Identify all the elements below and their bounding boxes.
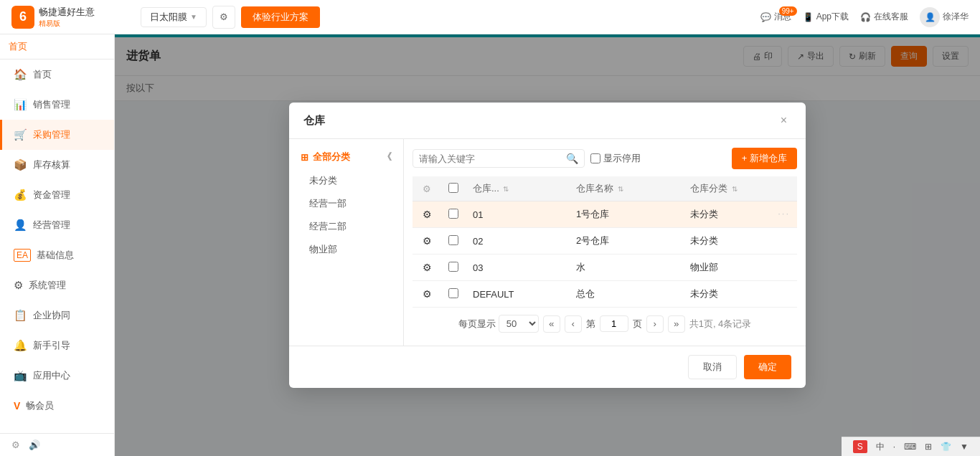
logo-text-block: 畅捷通好生意 精易版 bbox=[39, 6, 95, 29]
first-page-btn[interactable]: « bbox=[543, 315, 560, 333]
down-icon[interactable]: ▼ bbox=[960, 442, 969, 452]
online-service-label: 在线客服 bbox=[874, 11, 908, 23]
settings-gear-button[interactable]: ⚙ bbox=[212, 6, 235, 29]
headphone-icon: 🎧 bbox=[860, 12, 871, 22]
sidebar-audio-icon[interactable]: 🔊 bbox=[29, 440, 40, 450]
sidebar-item-newbie[interactable]: 🔔 新手引导 bbox=[0, 331, 114, 361]
system-icon: ⚙ bbox=[14, 279, 23, 292]
app-download-btn[interactable]: 📱 App下载 bbox=[803, 11, 849, 23]
sidebar-label-operations: 经营管理 bbox=[33, 219, 70, 232]
row-num-4 bbox=[441, 281, 466, 308]
sidebar-item-member[interactable]: V 畅会员 bbox=[0, 391, 114, 421]
table-row[interactable]: ⚙ 03 水 物业部 bbox=[413, 255, 797, 281]
notification-btn[interactable]: 💬 消息 99+ bbox=[760, 11, 791, 23]
row-checkbox-4[interactable] bbox=[448, 288, 458, 298]
sidebar-label-sales: 销售管理 bbox=[33, 98, 70, 111]
sidebar-label-purchase: 采购管理 bbox=[33, 128, 70, 141]
modal-close-btn[interactable]: × bbox=[776, 113, 791, 128]
page-label: 第 bbox=[586, 318, 595, 331]
category-property[interactable]: 物业部 bbox=[289, 238, 403, 261]
first-page-icon: « bbox=[549, 318, 554, 329]
sidebar-label-system: 系统管理 bbox=[29, 279, 66, 292]
sidebar-label-basic-info: 基础信息 bbox=[37, 249, 74, 262]
user-profile-btn[interactable]: 👤 徐泽华 bbox=[920, 7, 969, 27]
header-right: 💬 消息 99+ 📱 App下载 🎧 在线客服 👤 徐泽华 bbox=[760, 7, 969, 27]
sidebar-item-system[interactable]: ⚙ 系统管理 bbox=[0, 270, 114, 300]
username-label: 徐泽华 bbox=[943, 11, 969, 23]
sidebar-item-basic-info[interactable]: EA 基础信息 bbox=[0, 240, 114, 270]
sidebar-item-purchase[interactable]: 🛒 采购管理 bbox=[0, 120, 114, 150]
row-checkbox-2[interactable] bbox=[448, 235, 458, 245]
collapse-icon[interactable]: 《 bbox=[382, 151, 392, 163]
home-icon: 🏠 bbox=[14, 68, 27, 81]
category-operations-1[interactable]: 经营一部 bbox=[289, 192, 403, 215]
page-suffix: 页 bbox=[633, 318, 642, 331]
row-code-2: 02 bbox=[466, 228, 569, 255]
category-unclassified[interactable]: 未分类 bbox=[289, 169, 403, 192]
store-dropdown-arrow: ▼ bbox=[190, 13, 197, 21]
th-name: 仓库名称 ⇅ bbox=[569, 176, 683, 201]
zh-icon[interactable]: 中 bbox=[876, 441, 885, 453]
grid-icon[interactable]: ⊞ bbox=[925, 442, 932, 452]
sidebar-item-finance[interactable]: 💰 资金管理 bbox=[0, 180, 114, 210]
row-category-1: 未分类 ··· bbox=[683, 201, 797, 228]
breadcrumb-home[interactable]: 首页 bbox=[9, 40, 27, 53]
sort-icon-code: ⇅ bbox=[503, 185, 509, 193]
cancel-btn[interactable]: 取消 bbox=[688, 355, 737, 379]
sidebar-item-inventory[interactable]: 📦 库存核算 bbox=[0, 150, 114, 180]
warehouse-table-wrap: ⚙ 仓库... ⇅ bbox=[413, 176, 797, 308]
select-all-checkbox[interactable] bbox=[448, 183, 458, 193]
sidebar-settings-icon[interactable]: ⚙ bbox=[11, 440, 20, 450]
show-disabled-label[interactable]: 显示停用 bbox=[590, 152, 641, 165]
sidebar-item-home[interactable]: 🏠 首页 bbox=[0, 60, 114, 90]
message-icon: 💬 bbox=[760, 12, 771, 22]
search-input[interactable] bbox=[419, 153, 566, 164]
sidebar-label-newbie: 新手引导 bbox=[33, 339, 70, 352]
th-settings: ⚙ bbox=[413, 176, 441, 201]
row-num-3 bbox=[441, 255, 466, 281]
table-row[interactable]: ⚙ 02 2号仓库 未分类 bbox=[413, 228, 797, 255]
status-bar: S 中 · ⌨ ⊞ 👕 ▼ bbox=[842, 437, 980, 456]
sidebar-item-enterprise[interactable]: 📋 企业协同 bbox=[0, 300, 114, 331]
per-page-select[interactable]: 50 100 bbox=[499, 315, 539, 333]
add-warehouse-btn[interactable]: + 新增仓库 bbox=[732, 148, 797, 169]
sidebar-label-app-center: 应用中心 bbox=[33, 369, 70, 382]
mobile-icon: 📱 bbox=[803, 12, 814, 22]
trial-btn[interactable]: 体验行业方案 bbox=[241, 6, 320, 28]
last-page-btn[interactable]: » bbox=[668, 315, 685, 333]
modal-header: 仓库 × bbox=[289, 103, 806, 139]
row-checkbox-1[interactable] bbox=[448, 209, 458, 219]
table-row[interactable]: ⚙ DEFAULT 总仓 未分类 bbox=[413, 281, 797, 308]
newbie-icon: 🔔 bbox=[14, 339, 27, 352]
top-header: 6 畅捷通好生意 精易版 日太阳膜 ▼ ⚙ 体验行业方案 💬 消息 99+ 📱 … bbox=[0, 0, 980, 34]
modal-overlay: 仓库 × ⊞ 全部分类 《 未分类 经营一部 经营二部 bbox=[115, 34, 980, 456]
prev-page-btn[interactable]: ‹ bbox=[565, 315, 582, 333]
table-row[interactable]: ⚙ 01 1号仓库 未分类 bbox=[413, 201, 797, 228]
online-service-btn[interactable]: 🎧 在线客服 bbox=[860, 11, 908, 23]
inventory-icon: 📦 bbox=[14, 158, 27, 171]
store-selector[interactable]: 日太阳膜 ▼ bbox=[141, 7, 207, 27]
gear-icon: ⚙ bbox=[220, 11, 228, 22]
row-name-4: 总仓 bbox=[569, 281, 683, 308]
category-sidebar: ⊞ 全部分类 《 未分类 经营一部 经营二部 物业部 bbox=[289, 139, 404, 346]
sidebar-item-operations[interactable]: 👤 经营管理 bbox=[0, 210, 114, 240]
row-more-1[interactable]: ··· bbox=[778, 208, 790, 219]
row-category-2: 未分类 bbox=[683, 228, 797, 255]
next-page-btn[interactable]: › bbox=[646, 315, 664, 333]
keyboard-icon[interactable]: ⌨ bbox=[904, 442, 916, 452]
all-categories-header[interactable]: ⊞ 全部分类 《 bbox=[289, 145, 403, 169]
page-input[interactable] bbox=[600, 315, 628, 332]
sort-icon-category: ⇅ bbox=[732, 185, 738, 193]
row-actions-1: ⚙ bbox=[413, 201, 441, 228]
sidebar-item-sales[interactable]: 📊 销售管理 bbox=[0, 90, 114, 120]
confirm-btn[interactable]: 确定 bbox=[744, 355, 791, 379]
category-operations-2[interactable]: 经营二部 bbox=[289, 215, 403, 238]
dot-icon: · bbox=[893, 442, 895, 452]
warehouse-table: ⚙ 仓库... ⇅ bbox=[413, 176, 797, 308]
row-checkbox-3[interactable] bbox=[448, 262, 458, 272]
show-disabled-checkbox[interactable] bbox=[590, 153, 600, 163]
last-page-icon: » bbox=[674, 318, 679, 329]
sidebar-item-app-center[interactable]: 📺 应用中心 bbox=[0, 361, 114, 391]
sidebar-label-enterprise: 企业协同 bbox=[33, 309, 70, 322]
shirt-icon[interactable]: 👕 bbox=[941, 442, 951, 452]
